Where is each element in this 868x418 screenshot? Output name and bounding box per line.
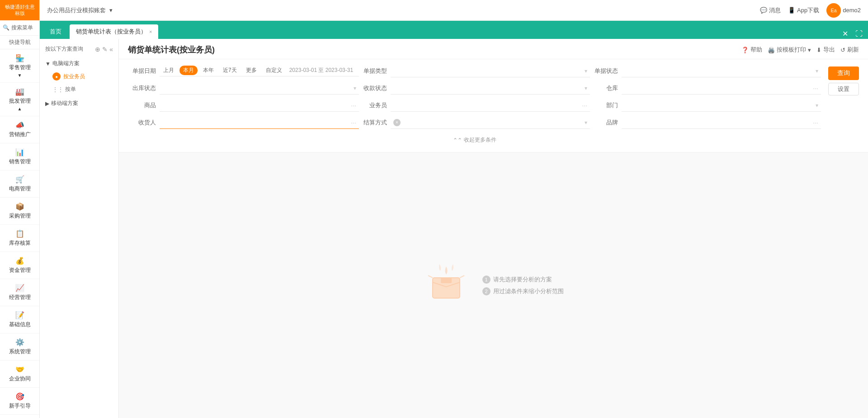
sidebar-label-ecommerce: 电商管理	[9, 185, 31, 193]
warehouse-control[interactable]: ···	[622, 82, 821, 95]
warehouse-dots: ···	[813, 85, 818, 92]
date-range-text: 2023-03-01 至 2023-03-31	[289, 66, 353, 74]
scheme-item-salesperson[interactable]: ● 按业务员	[40, 70, 118, 83]
sidebar-item-purchase[interactable]: 📦 采购管理	[0, 198, 39, 225]
sidebar-item-marketing[interactable]: 📣 营销推广	[0, 116, 39, 143]
tab-maximize-button[interactable]: ⛶	[854, 29, 864, 39]
doctype-control[interactable]: ▾	[391, 65, 590, 77]
tab-controls: ✕ ⛶	[840, 28, 864, 39]
app-label: App下载	[797, 6, 819, 14]
active-tab-label: 销货单统计表（按业务员）	[76, 28, 146, 36]
date-tabs: 上月 本月 本年 近7天 更多 自定义	[160, 66, 286, 75]
collapse-panel-button[interactable]: «	[109, 46, 113, 53]
app-download-button[interactable]: 📱 App下载	[788, 6, 819, 14]
sidebar-item-operation[interactable]: 📈 经营管理	[0, 279, 39, 306]
filter-row-4: 收货人 ··· 结算方式 ×	[128, 116, 821, 129]
sidebar-item-ecommerce[interactable]: 🛒 电商管理	[0, 171, 39, 198]
settlement-clear-button[interactable]: ×	[393, 119, 401, 126]
shortcut-label: 快捷导航	[9, 38, 31, 46]
tab-home[interactable]: 首页	[43, 24, 68, 39]
sidebar-label-retail: 零售管理	[9, 64, 31, 71]
tip-number-1: 1	[482, 276, 491, 284]
add-scheme-button[interactable]: ⊕	[95, 46, 100, 53]
collectstatus-control[interactable]: ▾	[391, 82, 590, 95]
sidebar-search[interactable]: 🔍 搜索菜单	[0, 20, 39, 36]
main-area: 办公用品行业模拟账套 ▾ 💬 消息 📱 App下载 Ea demo2 首页	[40, 0, 868, 418]
sidebar-item-basic[interactable]: 📝 基础信息	[0, 306, 39, 333]
sidebar-shortcut[interactable]: 快捷导航	[0, 36, 39, 49]
chevron-down-icon: ▼	[18, 73, 22, 78]
tip-number-2: 2	[482, 287, 491, 295]
breadcrumb-text: 办公用品行业模拟账套	[47, 6, 106, 14]
salesperson-dots: ···	[582, 102, 587, 109]
sidebar-logo: 畅捷通好生意 标版	[0, 0, 39, 20]
home-tab-label: 首页	[50, 28, 61, 36]
sidebar-item-sales[interactable]: 📊 销售管理	[0, 143, 39, 171]
filter-item-consignee: 收货人 ···	[128, 116, 359, 129]
filter-item-brand: 品牌 ···	[590, 116, 821, 129]
mobile-scheme-header[interactable]: ▶ 移动端方案	[40, 97, 118, 109]
brand-control[interactable]: ···	[622, 116, 821, 129]
filter-area: 单据日期 上月 本月 本年 近7天 更多 自定义	[119, 59, 868, 152]
print-dropdown-icon: ▾	[808, 47, 811, 53]
sidebar-item-retail[interactable]: 🏪 零售管理 ▼	[0, 49, 39, 83]
outstatus-control[interactable]: ▾	[160, 82, 359, 95]
sidebar-item-inventory[interactable]: 📋 库存核算	[0, 225, 39, 252]
settlement-control[interactable]: × ▾	[391, 116, 590, 129]
user-avatar-area[interactable]: Ea demo2	[826, 3, 861, 18]
sub-item-icon: ⋮⋮	[52, 86, 63, 93]
system-icon: ⚙️	[15, 338, 24, 347]
sidebar-item-wholesale[interactable]: 🏭 批发管理 ▲	[0, 83, 39, 116]
sidebar-item-newbie[interactable]: 🎯 新手引导	[0, 388, 39, 415]
consignee-dots: ···	[351, 119, 356, 126]
product-control[interactable]: ···	[160, 99, 359, 112]
print-button[interactable]: 🖨️ 按模板打印 ▾	[768, 46, 811, 54]
tab-close-icon[interactable]: ×	[149, 29, 152, 34]
export-button[interactable]: ⬇ 导出	[816, 46, 835, 54]
basic-icon: 📝	[15, 311, 24, 319]
sidebar-label-marketing: 营销推广	[9, 131, 31, 138]
avatar: Ea	[826, 3, 841, 18]
edit-scheme-button[interactable]: ✎	[102, 46, 108, 53]
chevron-up-icon: ▲	[18, 106, 22, 111]
setting-button[interactable]: 设置	[828, 83, 859, 95]
scheme-item-label: 按业务员	[63, 73, 85, 81]
date-tab-thismonth[interactable]: 本月	[179, 66, 198, 75]
docstatus-control[interactable]: ▾	[622, 65, 821, 77]
doctype-arrow: ▾	[585, 68, 587, 74]
sidebar-item-apps[interactable]: 🔧 应用中心	[0, 415, 39, 418]
print-icon: 🖨️	[768, 47, 775, 53]
chevron-right-icon: ▶	[45, 100, 49, 107]
scheme-sub-item[interactable]: ⋮⋮ 按单	[40, 83, 118, 95]
pc-scheme-header[interactable]: ▼ 电脑端方案	[40, 57, 118, 70]
tab-close-window-button[interactable]: ✕	[840, 28, 850, 39]
salesperson-label: 业务员	[359, 101, 391, 109]
date-tab-lastmonth[interactable]: 上月	[160, 66, 178, 75]
dept-control[interactable]: ▾	[622, 99, 821, 112]
message-button[interactable]: 💬 消息	[760, 6, 781, 14]
consignee-control[interactable]: ···	[160, 116, 359, 129]
date-tab-custom[interactable]: 自定义	[262, 66, 286, 75]
filter-row-1: 单据日期 上月 本月 本年 近7天 更多 自定义	[128, 65, 821, 77]
date-tab-7days[interactable]: 近7天	[219, 66, 241, 75]
salesperson-control[interactable]: ···	[391, 99, 590, 112]
page-title: 销货单统计表(按业务员)	[128, 44, 215, 55]
refresh-button[interactable]: ↺ 刷新	[840, 46, 859, 54]
page-header: 销货单统计表(按业务员) ❓ 帮助 🖨️ 按模板打印 ▾ ⬇ 导出	[119, 39, 868, 59]
sidebar-item-finance[interactable]: 💰 资金管理	[0, 252, 39, 279]
collapse-conditions-button[interactable]: ⌃⌃ 收起更多条件	[128, 133, 821, 147]
tab-sales-statistics[interactable]: 销货单统计表（按业务员） ×	[70, 24, 158, 39]
filter-row-2: 出库状态 ▾ 收款状态 ▾	[128, 82, 821, 95]
date-tab-more[interactable]: 更多	[242, 66, 260, 75]
breadcrumb-dropdown-icon[interactable]: ▾	[109, 7, 113, 14]
help-label: 帮助	[750, 46, 762, 54]
empty-illustration	[424, 262, 469, 309]
sidebar-item-coop[interactable]: 🤝 企业协同	[0, 361, 39, 388]
date-tab-thisyear[interactable]: 本年	[199, 66, 217, 75]
sidebar-item-system[interactable]: ⚙️ 系统管理	[0, 333, 39, 361]
query-button[interactable]: 查询	[828, 66, 859, 80]
docstatus-arrow: ▾	[816, 68, 818, 74]
filter-item-salesperson: 业务员 ···	[359, 99, 590, 112]
sales-icon: 📊	[15, 148, 24, 157]
help-button[interactable]: ❓ 帮助	[741, 46, 762, 54]
